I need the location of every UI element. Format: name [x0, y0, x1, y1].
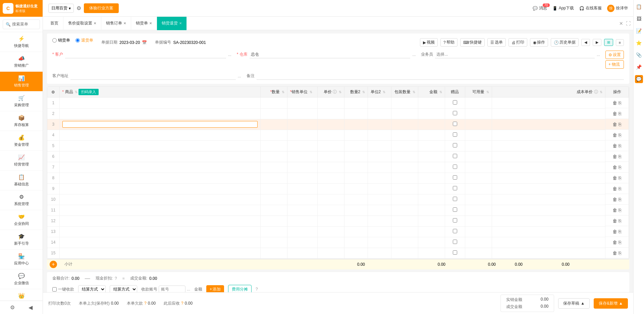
gift-cell-15[interactable] — [445, 248, 465, 258]
split-cost-btn[interactable]: 费用分摊 — [228, 285, 252, 293]
gift-cell-9[interactable] — [445, 183, 465, 194]
gift-checkbox-3[interactable] — [453, 122, 457, 126]
sale-unit-cell-13[interactable] — [287, 226, 317, 237]
sidebar-item-appstore[interactable]: 🏪 应用中心 — [0, 250, 43, 269]
qty-cell-2[interactable] — [260, 108, 287, 119]
unit-price-cell-11[interactable] — [317, 205, 344, 215]
pack-qty-cell-6[interactable] — [391, 151, 418, 162]
sidebar-item-basic[interactable]: 📋 基础信息 — [0, 171, 43, 190]
qty2-cell-2[interactable] — [344, 108, 368, 119]
pack-qty-cell-7[interactable] — [391, 162, 418, 173]
gift-cell-2[interactable] — [445, 108, 465, 119]
sidebar-item-system[interactable]: ⚙ 系统管理 — [0, 190, 43, 210]
available-cell-12[interactable] — [465, 215, 492, 226]
unit-price-cell-5[interactable] — [317, 140, 344, 151]
product-cell-15[interactable] — [59, 248, 260, 258]
delete-row-btn-7[interactable]: 🗑 — [612, 163, 617, 171]
gift-checkbox-9[interactable] — [453, 186, 457, 190]
shortcut-btn[interactable]: ⌨ 快捷键 — [460, 38, 485, 47]
pack-qty-cell-9[interactable] — [391, 183, 418, 194]
warehouse-input[interactable] — [250, 51, 411, 58]
gift-cell-11[interactable] — [445, 205, 465, 215]
gift-cell-13[interactable] — [445, 226, 465, 237]
th-sort-product[interactable]: ⇅ — [75, 90, 77, 94]
qty-cell-12[interactable] — [260, 215, 287, 226]
unit-price-cell-14[interactable] — [317, 237, 344, 248]
amount-cell-5[interactable] — [418, 140, 445, 151]
copy-row-btn-2[interactable]: ⎘ — [619, 110, 621, 117]
account-input[interactable] — [159, 286, 185, 292]
table-settings-icon[interactable]: ⚙ — [51, 90, 55, 95]
add-row-btn[interactable]: + — [50, 261, 57, 268]
unit2-cell-1[interactable] — [368, 98, 391, 109]
delete-row-btn-12[interactable]: 🗑 — [612, 217, 617, 225]
customer-select-btn[interactable]: ... — [228, 52, 231, 57]
unit2-cell-8[interactable] — [368, 173, 391, 183]
remarks-input[interactable] — [257, 72, 624, 80]
unit-price-cell-3[interactable] — [317, 119, 344, 130]
available-cell-9[interactable] — [465, 183, 492, 194]
copy-row-btn-7[interactable]: ⎘ — [619, 163, 621, 171]
sale-unit-cell-2[interactable] — [287, 108, 317, 119]
gift-cell-10[interactable] — [445, 194, 465, 205]
search-menu-button[interactable]: 🔍 搜索菜单 — [3, 19, 40, 29]
qty2-cell-6[interactable] — [344, 151, 368, 162]
product-cell-1[interactable] — [59, 98, 260, 109]
product-cell-8[interactable] — [59, 173, 260, 183]
cost-price-cell-11[interactable] — [492, 205, 605, 215]
product-cell-2[interactable] — [59, 108, 260, 119]
history-btn[interactable]: 🕐 历史单据 — [551, 38, 579, 47]
product-cell-10[interactable] — [59, 194, 260, 205]
amount-cell-13[interactable] — [418, 226, 445, 237]
pack-qty-cell-12[interactable] — [391, 215, 418, 226]
sale-unit-cell-12[interactable] — [287, 215, 317, 226]
product-cell-5[interactable] — [59, 140, 260, 151]
right-panel-pin-icon[interactable]: 📌 — [635, 63, 643, 71]
gift-cell-1[interactable] — [445, 98, 465, 109]
product-cell-3[interactable] — [59, 119, 260, 130]
user-menu[interactable]: 徐 徐泽华 — [607, 5, 628, 12]
available-cell-3[interactable] — [465, 119, 492, 130]
unit2-cell-14[interactable] — [368, 237, 391, 248]
sidebar-item-finance[interactable]: 💰 资金管理 — [0, 131, 43, 151]
gift-checkbox-1[interactable] — [453, 100, 457, 105]
gift-checkbox-10[interactable] — [453, 197, 457, 201]
copy-row-btn-4[interactable]: ⎘ — [619, 131, 621, 139]
radio-return[interactable]: 退货单 — [75, 38, 93, 43]
available-cell-6[interactable] — [465, 151, 492, 162]
gift-checkbox-6[interactable] — [453, 154, 457, 158]
operate-btn[interactable]: ◉ 操作 — [530, 38, 548, 47]
amount-cell-6[interactable] — [418, 151, 445, 162]
gift-checkbox-5[interactable] — [453, 143, 457, 147]
address-select-btn[interactable]: ... — [238, 74, 241, 78]
cost-price-cell-10[interactable] — [492, 194, 605, 205]
unit2-cell-5[interactable] — [368, 140, 391, 151]
gift-cell-3[interactable] — [445, 119, 465, 130]
calendar-icon[interactable]: 📅 — [142, 40, 147, 45]
copy-row-btn-1[interactable]: ⎘ — [619, 99, 621, 107]
unit2-cell-11[interactable] — [368, 205, 391, 215]
product-cell-14[interactable] — [59, 237, 260, 248]
sidebar-item-operations[interactable]: 📈 经营管理 — [0, 151, 43, 171]
topbar-settings-icon[interactable] — [76, 5, 81, 11]
qty2-cell-4[interactable] — [344, 130, 368, 140]
qty-cell-3[interactable] — [260, 119, 287, 130]
form-settings-btn[interactable]: ⚙ 设置 — [605, 51, 624, 59]
available-cell-1[interactable] — [465, 98, 492, 109]
unit2-cell-13[interactable] — [368, 226, 391, 237]
logistics-btn[interactable]: + 物流 — [605, 60, 624, 69]
available-cell-7[interactable] — [465, 162, 492, 173]
unit-price-cell-1[interactable] — [317, 98, 344, 109]
tab-sales-order-close[interactable]: ✕ — [123, 21, 126, 25]
sidebar-item-newbie[interactable]: 🎓 新手引导 — [0, 230, 43, 250]
available-cell-10[interactable] — [465, 194, 492, 205]
available-cell-5[interactable] — [465, 140, 492, 151]
delete-row-btn-15[interactable]: 🗑 — [612, 249, 617, 257]
unit2-cell-10[interactable] — [368, 194, 391, 205]
pack-qty-cell-8[interactable] — [391, 173, 418, 183]
qty-cell-8[interactable] — [260, 173, 287, 183]
help-btn[interactable]: ? 帮助 — [440, 38, 458, 47]
amount-cell-4[interactable] — [418, 130, 445, 140]
tab-return[interactable]: 销货退货 ✕ — [157, 17, 187, 30]
sidebar-item-quick-nav[interactable]: ⚡ 快捷导航 — [0, 32, 43, 52]
